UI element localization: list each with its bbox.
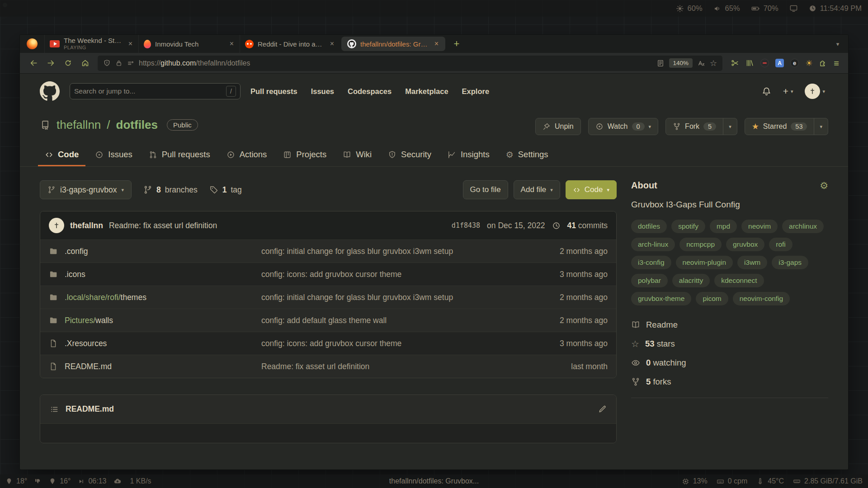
topic-tag[interactable]: polybar	[631, 274, 668, 287]
tab-github-active[interactable]: thefallnn/dotfiles: Gruvb ×	[341, 37, 445, 51]
readme-link[interactable]: Readme	[631, 320, 828, 330]
commit-sha-link[interactable]: d1f8438	[452, 221, 480, 230]
topic-tag[interactable]: neovim-plugin	[676, 256, 733, 269]
nav-pull-requests[interactable]: Pull requests	[250, 87, 297, 96]
readme-filename[interactable]: README.md	[66, 404, 114, 414]
new-tab-button[interactable]: +	[447, 35, 467, 53]
severity-extension-icon[interactable]	[760, 59, 769, 67]
fork-button[interactable]: Fork 5	[665, 118, 723, 135]
file-commit-message[interactable]: config: add default glass theme wall	[261, 316, 522, 325]
create-new-button[interactable]: + ▾	[780, 86, 797, 97]
topic-tag[interactable]: neovim	[741, 220, 778, 233]
file-row[interactable]: .Xresources config: icons: add gruvbox c…	[40, 332, 616, 355]
branches-link[interactable]: 8 branches	[143, 185, 198, 195]
tab-wiki[interactable]: Wiki	[336, 145, 378, 166]
watch-button[interactable]: Watch 0 ▾	[588, 118, 658, 135]
translate-extension-icon[interactable]: A	[775, 59, 784, 67]
file-commit-message[interactable]: config: icons: add gruvbox cursor theme	[261, 339, 522, 348]
screenshot-scissors-icon[interactable]	[731, 59, 739, 67]
topic-tag[interactable]: archlinux	[782, 220, 824, 233]
file-commit-message[interactable]: Readme: fix asset url definition	[261, 362, 522, 371]
github-logo[interactable]	[40, 81, 60, 101]
close-tab-button[interactable]: ×	[329, 40, 335, 48]
url-bar[interactable]: https://github.com/thefallnn/dotfiles 14…	[98, 56, 722, 71]
back-button[interactable]	[25, 56, 42, 71]
commit-author-avatar[interactable]	[49, 218, 64, 233]
forks-link[interactable]: 5 forks	[631, 377, 828, 387]
nav-issues[interactable]: Issues	[311, 87, 334, 96]
file-name-link[interactable]: walls	[95, 316, 113, 325]
file-row[interactable]: README.md Readme: fix asset url definiti…	[40, 355, 616, 378]
tags-link[interactable]: 1 tag	[209, 185, 242, 195]
repo-name-link[interactable]: dotfiles	[116, 118, 158, 132]
topic-tag[interactable]: rofi	[769, 238, 793, 251]
close-tab-button[interactable]: ×	[229, 40, 235, 48]
tab-code[interactable]: Code	[38, 145, 85, 166]
user-menu-button[interactable]: ▾	[802, 84, 828, 99]
nav-marketplace[interactable]: Marketplace	[405, 87, 448, 96]
edit-pencil-icon[interactable]	[598, 405, 607, 413]
reader-mode-icon[interactable]	[656, 59, 665, 67]
go-to-file-button[interactable]: Go to file	[463, 180, 508, 199]
commit-author-link[interactable]: thefallnn	[70, 221, 103, 230]
nav-explore[interactable]: Explore	[462, 87, 490, 96]
forward-button[interactable]	[42, 56, 59, 71]
translate-icon[interactable]	[697, 59, 705, 67]
topic-tag[interactable]: spotify	[671, 220, 705, 233]
fork-dropdown-button[interactable]: ▾	[723, 118, 737, 135]
topic-tag[interactable]: i3-config	[631, 256, 671, 269]
branch-selector-button[interactable]: i3-gaps-gruvbox ▾	[40, 180, 132, 199]
dark-mode-sun-icon[interactable]: ☀	[805, 59, 812, 67]
unpin-button[interactable]: Unpin	[535, 118, 581, 135]
topic-tag[interactable]: neovim-config	[733, 292, 790, 305]
file-commit-message[interactable]: config: initial change for glass blur gr…	[261, 247, 522, 256]
puzzle-extensions-icon[interactable]	[819, 59, 827, 67]
code-download-button[interactable]: Code ▾	[566, 180, 617, 199]
reload-button[interactable]	[60, 56, 76, 71]
e-extension-icon[interactable]: e	[790, 59, 799, 67]
close-tab-button[interactable]: ×	[127, 40, 133, 48]
starred-button[interactable]: ★ Starred 53	[745, 118, 815, 135]
file-row[interactable]: .local/share/rofi/themes config: initial…	[40, 286, 616, 309]
file-name-link[interactable]: .config	[65, 247, 88, 256]
close-tab-button[interactable]: ×	[434, 40, 439, 48]
library-icon[interactable]	[745, 59, 754, 67]
file-commit-message[interactable]: config: initial change for glass blur gr…	[261, 293, 522, 302]
url-text[interactable]: https://github.com/thefallnn/dotfiles	[139, 59, 250, 67]
topic-tag[interactable]: dotfiles	[631, 220, 667, 233]
tracking-shield-icon[interactable]	[103, 59, 111, 67]
file-path-prefix[interactable]: .local/share/rofi/	[65, 293, 121, 302]
topic-tag[interactable]: gruvbox	[726, 238, 764, 251]
tab-actions[interactable]: Actions	[220, 145, 274, 166]
topic-tag[interactable]: picom	[696, 292, 728, 305]
notifications-bell-button[interactable]	[759, 87, 774, 96]
tab-projects[interactable]: Projects	[276, 145, 333, 166]
watching-link[interactable]: 0 watching	[631, 358, 828, 368]
tab-insights[interactable]: Insights	[441, 145, 496, 166]
zoom-level-badge[interactable]: 140%	[669, 58, 693, 68]
file-name-link[interactable]: themes	[121, 293, 146, 302]
tab-inmovidu[interactable]: Inmovidu Tech ×	[138, 35, 240, 53]
topic-tag[interactable]: i3-gaps	[772, 256, 808, 269]
topic-tag[interactable]: gruvbox-theme	[631, 292, 691, 305]
search-input[interactable]	[74, 87, 222, 95]
lock-icon[interactable]	[115, 60, 123, 67]
list-icon[interactable]	[50, 405, 59, 414]
file-row[interactable]: Pictures/walls config: add default glass…	[40, 309, 616, 332]
stars-link[interactable]: ☆ 53 stars	[631, 339, 828, 349]
file-row[interactable]: .icons config: icons: add gruvbox cursor…	[40, 263, 616, 286]
hamburger-menu-icon[interactable]: ≡	[834, 59, 839, 68]
repo-owner-link[interactable]: thefallnn	[57, 118, 101, 132]
bookmark-star-icon[interactable]: ☆	[710, 59, 717, 67]
topic-tag[interactable]: i3wm	[737, 256, 767, 269]
topic-tag[interactable]: mpd	[710, 220, 737, 233]
tab-settings[interactable]: ⚙ Settings	[499, 145, 555, 166]
tab-security[interactable]: Security	[381, 145, 438, 166]
commits-count-link[interactable]: 41 commits	[567, 221, 608, 230]
gear-icon[interactable]: ⚙	[820, 181, 828, 190]
nav-codespaces[interactable]: Codespaces	[348, 87, 392, 96]
home-button[interactable]	[77, 56, 93, 71]
file-name-link[interactable]: README.md	[65, 362, 112, 371]
file-path-prefix[interactable]: Pictures/	[65, 316, 95, 325]
topic-tag[interactable]: kdeconnect	[714, 274, 764, 287]
